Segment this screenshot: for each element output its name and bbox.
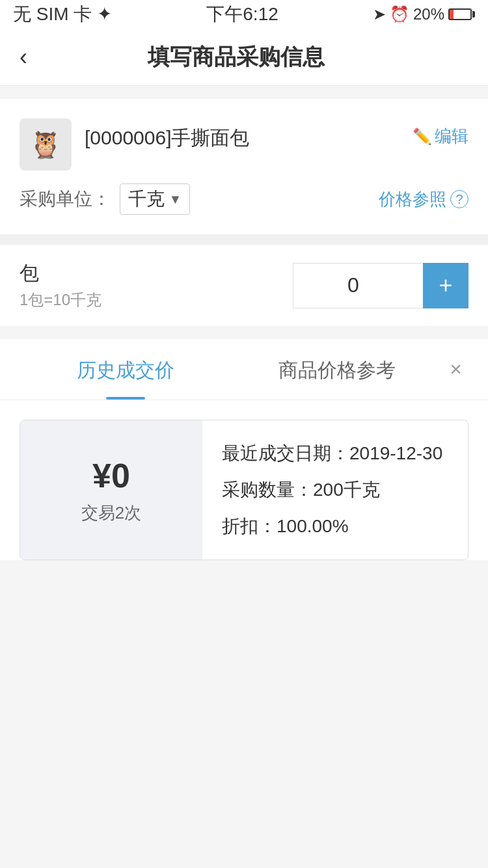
- recent-date-label: 最近成交日期：: [222, 443, 349, 463]
- product-logo: 🦉: [29, 131, 62, 157]
- unit-value: 千克: [128, 187, 165, 211]
- transaction-summary: ¥0 交易2次: [20, 420, 202, 560]
- quantity-unit-info: 包 1包=10千克: [20, 260, 293, 310]
- quantity-unit-main: 包: [20, 260, 293, 287]
- purchase-qty-row: 采购数量：200千克: [222, 476, 448, 504]
- discount-value: 100.00%: [277, 516, 349, 536]
- tabs-section: 历史成交价 商品价格参考 × ¥0 交易2次 最近成交日期：2019-12-30…: [0, 339, 488, 560]
- tab-history-price[interactable]: 历史成交价: [20, 339, 232, 400]
- battery-icon: [448, 8, 475, 20]
- edit-icon: ✏️: [413, 128, 432, 146]
- discount-row: 折扣：100.00%: [222, 513, 448, 540]
- price-ref-label: 价格参照: [379, 188, 446, 211]
- divider: [0, 234, 488, 245]
- status-left: 无 SIM 卡 ✦: [13, 2, 112, 27]
- status-bar: 无 SIM 卡 ✦ 下午6:12 ➤ ⏰ 20%: [0, 0, 488, 29]
- unit-select[interactable]: 千克 ▼: [120, 183, 190, 215]
- tabs-header: 历史成交价 商品价格参考 ×: [0, 339, 488, 400]
- recent-date-value: 2019-12-30: [349, 443, 442, 463]
- page-title: 填写商品采购信息: [40, 42, 432, 72]
- location-icon: ➤: [373, 5, 386, 23]
- unit-label: 采购单位：: [20, 189, 111, 209]
- unit-arrow-icon: ▼: [169, 192, 182, 207]
- edit-label: 编辑: [435, 125, 468, 148]
- quantity-row: 包 1包=10千克 +: [0, 245, 488, 326]
- product-info: 🦉 [0000006]手撕面包: [20, 118, 249, 170]
- product-card: 🦉 [0000006]手撕面包 ✏️ 编辑 采购单位： 千克 ▼ 价格参照 ?: [0, 99, 488, 234]
- status-time: 下午6:12: [206, 2, 278, 27]
- back-button[interactable]: ‹: [20, 44, 27, 71]
- transaction-card: ¥0 交易2次 最近成交日期：2019-12-30 采购数量：200千克 折扣：…: [20, 420, 468, 560]
- edit-button[interactable]: ✏️ 编辑: [413, 118, 468, 148]
- battery-percent: 20%: [413, 5, 444, 23]
- purchase-qty-label: 采购数量：: [222, 480, 313, 500]
- question-icon: ?: [450, 190, 468, 208]
- product-name: [0000006]手撕面包: [85, 118, 249, 152]
- product-image: 🦉: [20, 118, 72, 170]
- quantity-plus-button[interactable]: +: [423, 263, 468, 308]
- transaction-price: ¥0: [92, 456, 130, 495]
- discount-label: 折扣：: [222, 516, 277, 536]
- transaction-details: 最近成交日期：2019-12-30 采购数量：200千克 折扣：100.00%: [202, 420, 468, 560]
- purchase-qty-value: 200千克: [313, 480, 380, 500]
- price-ref-button[interactable]: 价格参照 ?: [379, 188, 468, 211]
- nav-bar: ‹ 填写商品采购信息: [0, 29, 488, 86]
- tab-product-price-ref[interactable]: 商品价格参考: [232, 339, 444, 400]
- unit-selector-group: 采购单位： 千克 ▼: [20, 183, 190, 215]
- tab-close-button[interactable]: ×: [443, 351, 468, 388]
- alarm-icon: ⏰: [390, 5, 409, 23]
- quantity-input[interactable]: [293, 263, 423, 308]
- recent-date-row: 最近成交日期：2019-12-30: [222, 440, 448, 467]
- transaction-count: 交易2次: [81, 502, 141, 524]
- page-background: [0, 580, 488, 868]
- status-right: ➤ ⏰ 20%: [373, 5, 475, 23]
- quantity-control: +: [293, 263, 468, 308]
- quantity-unit-sub: 1包=10千克: [20, 290, 293, 310]
